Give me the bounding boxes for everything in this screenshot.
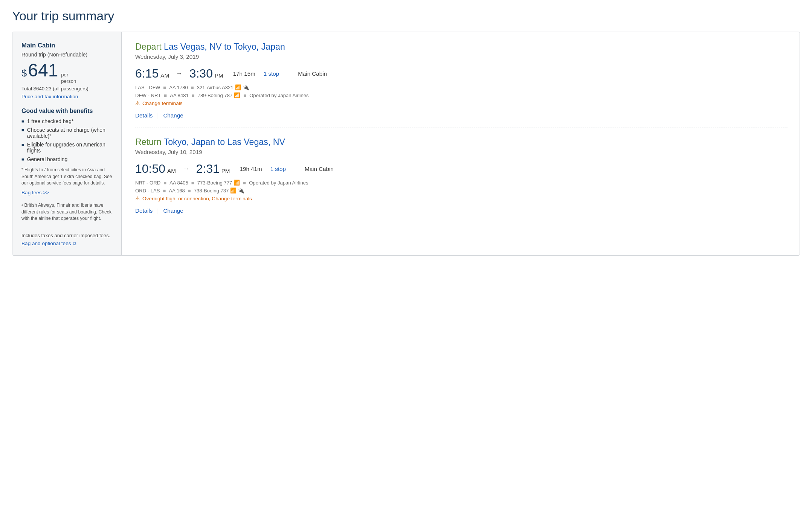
bullet-icon-3: ■	[21, 142, 24, 147]
dot2: ■	[191, 85, 194, 90]
rleg2-flight: AA 168	[169, 188, 185, 194]
return-flight-section: Return Tokyo, Japan to Las Vegas, NV Wed…	[135, 128, 788, 223]
price-amount: 641	[28, 61, 58, 79]
arrive-time-depart: 3:30	[189, 67, 213, 81]
sidebar: Main Cabin Round trip (Non-refundable) $…	[12, 32, 122, 255]
return-actions-row: Details | Change	[135, 207, 788, 214]
wifi-icon-4: 📶	[230, 187, 237, 194]
action-divider-return: |	[157, 207, 159, 214]
rleg1-flight: AA 8405	[169, 180, 188, 186]
arrow-icon-depart: →	[176, 70, 183, 78]
trip-summary-card: Main Cabin Round trip (Non-refundable) $…	[12, 32, 800, 256]
bag-fees-link[interactable]: Bag fees >>	[21, 190, 112, 195]
price-row: $ 641 perperson	[21, 61, 112, 84]
arrow-icon-return: →	[183, 165, 189, 173]
trip-type: Round trip (Non-refundable)	[21, 52, 112, 58]
rdot4: ■	[163, 188, 166, 194]
dot5: ■	[243, 93, 246, 98]
return-leg-2: ORD - LAS ■ AA 168 ■ 738-Boeing 737 📶 🔌	[135, 187, 788, 194]
benefits-title: Good value with benefits	[21, 108, 112, 114]
leg2-aircraft: 789-Boeing 787	[198, 93, 233, 98]
cabin-label: Main Cabin	[21, 42, 112, 49]
benefit-item-2: ■ Choose seats at no charge (when availa…	[21, 127, 112, 139]
cabin-type-depart: Main Cabin	[298, 70, 327, 77]
rdot5: ■	[188, 188, 191, 194]
change-terminals-link-depart[interactable]: Change terminals	[142, 101, 183, 106]
duration-depart: 17h 15m	[233, 70, 255, 77]
dot1: ■	[163, 85, 166, 90]
leg2-operated-by: Operated by Japan Airlines	[249, 93, 308, 98]
details-link-return[interactable]: Details	[135, 207, 153, 214]
wifi-icon-1: 📶	[235, 84, 241, 90]
price-total: Total $640.23 (all passengers)	[21, 86, 112, 91]
depart-flight-section: Depart Las Vegas, NV to Tokyo, Japan Wed…	[135, 42, 788, 128]
change-terminals-link-return[interactable]: Overnight flight or connection, Change t…	[142, 196, 252, 201]
bullet-icon-4: ■	[21, 157, 24, 162]
leg1-flight: AA 1780	[169, 85, 188, 90]
return-warning-row: ⚠ Overnight flight or connection, Change…	[135, 195, 788, 201]
depart-leg-2: DFW - NRT ■ AA 8481 ■ 789-Boeing 787 📶 ■…	[135, 92, 788, 98]
dot4: ■	[192, 93, 195, 98]
depart-leg-1: LAS - DFW ■ AA 1780 ■ 321-Airbus A321 📶 …	[135, 84, 788, 90]
sidebar-footnote2: ¹ British Airways, Finnair and Iberia ha…	[21, 202, 112, 222]
return-arrive-time: 2:31	[196, 162, 219, 176]
return-depart-time: 10:50	[135, 162, 165, 176]
return-arrive-time-block: 2:31 PM	[196, 162, 230, 176]
rleg1-aircraft: 773-Boeing 777	[197, 180, 232, 186]
wifi-icon-2: 📶	[234, 92, 240, 98]
return-header: Return Tokyo, Japan to Las Vegas, NV	[135, 137, 788, 147]
rdot1: ■	[163, 180, 166, 186]
price-tax-info-link[interactable]: Price and tax information	[21, 94, 78, 99]
leg2-route: DFW - NRT	[135, 93, 161, 98]
rdot3: ■	[243, 180, 246, 186]
leg1-route: LAS - DFW	[135, 85, 160, 90]
action-divider-depart: |	[157, 112, 159, 119]
depart-date: Wednesday, July 3, 2019	[135, 53, 788, 60]
arrive-time-block-depart: 3:30 PM	[189, 67, 223, 81]
warning-icon-depart: ⚠	[135, 100, 140, 106]
benefit-item-1: ■ 1 free checked bag*	[21, 118, 112, 124]
return-depart-time-block: 10:50 AM	[135, 162, 176, 176]
change-link-depart[interactable]: Change	[163, 112, 183, 119]
stops-link-return[interactable]: 1 stop	[270, 166, 286, 172]
page-title: Your trip summary	[12, 9, 800, 23]
dot3: ■	[164, 93, 167, 98]
rleg1-operated-by: Operated by Japan Airlines	[249, 180, 308, 186]
cabin-type-return: Main Cabin	[305, 166, 334, 172]
rleg2-route: ORD - LAS	[135, 188, 160, 194]
return-times-row: 10:50 AM → 2:31 PM 19h 41m 1 stop Main C…	[135, 162, 788, 176]
details-link-depart[interactable]: Details	[135, 112, 153, 119]
return-depart-ampm: AM	[167, 168, 176, 174]
return-arrive-ampm: PM	[221, 168, 230, 174]
depart-route: Las Vegas, NV to Tokyo, Japan	[164, 42, 285, 52]
sidebar-bottom-note: Includes taxes and carrier imposed fees.	[21, 233, 112, 238]
return-date: Wednesday, July 10, 2019	[135, 149, 788, 155]
return-leg-1: NRT - ORD ■ AA 8405 ■ 773-Boeing 777 📶 ■…	[135, 180, 788, 186]
usb-icon-1: 🔌	[243, 84, 249, 90]
benefit-item-3: ■ Eligible for upgrades on American flig…	[21, 142, 112, 154]
main-content: Depart Las Vegas, NV to Tokyo, Japan Wed…	[122, 32, 800, 255]
benefit-item-4: ■ General boarding	[21, 156, 112, 162]
duration-return: 19h 41m	[240, 166, 262, 172]
depart-time: 6:15	[135, 67, 159, 81]
external-link-icon-2: ⧉	[73, 241, 76, 246]
wifi-icon-3: 📶	[234, 180, 240, 186]
warning-icon-return: ⚠	[135, 195, 140, 201]
depart-header: Depart Las Vegas, NV to Tokyo, Japan	[135, 42, 788, 52]
rdot2: ■	[191, 180, 194, 186]
depart-time-block: 6:15 AM	[135, 67, 169, 81]
change-link-return[interactable]: Change	[163, 207, 183, 214]
bag-optional-fees-link[interactable]: Bag and optional fees ⧉	[21, 241, 76, 246]
arrive-ampm-depart: PM	[215, 72, 223, 79]
price-per-person: perperson	[61, 72, 76, 84]
benefits-section: Good value with benefits ■ 1 free checke…	[21, 108, 112, 162]
return-label: Return	[135, 137, 164, 147]
depart-actions-row: Details | Change	[135, 112, 788, 119]
price-dollar-sign: $	[21, 68, 27, 79]
depart-warning-row: ⚠ Change terminals	[135, 100, 788, 106]
rleg2-aircraft: 738-Boeing 737	[194, 188, 229, 194]
depart-times-row: 6:15 AM → 3:30 PM 17h 15m 1 stop Main Ca…	[135, 67, 788, 81]
stops-link-depart[interactable]: 1 stop	[264, 70, 279, 77]
leg1-aircraft: 321-Airbus A321	[197, 85, 234, 90]
bullet-icon-1: ■	[21, 119, 24, 123]
